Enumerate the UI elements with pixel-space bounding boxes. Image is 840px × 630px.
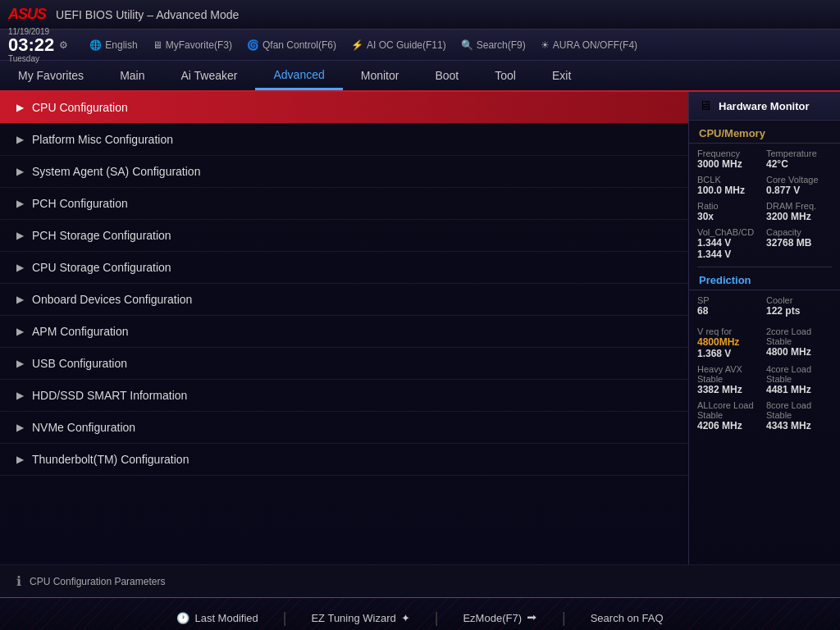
bclk-value: 100.0 MHz bbox=[697, 185, 763, 196]
search-faq-label: Search on FAQ bbox=[591, 612, 664, 624]
cooler-label: Cooler bbox=[766, 295, 832, 305]
menu-label: HDD/SSD SMART Information bbox=[32, 389, 187, 402]
divider-2: | bbox=[435, 609, 439, 627]
vreq-freq: 4800MHz bbox=[697, 336, 763, 348]
nav-my-favorites[interactable]: My Favorites bbox=[0, 61, 102, 90]
menu-label: CPU Storage Configuration bbox=[32, 261, 171, 274]
arrow-icon: ▶ bbox=[16, 102, 24, 113]
temp-label: Temperature bbox=[766, 148, 832, 158]
nav-advanced[interactable]: Advanced bbox=[255, 61, 342, 90]
aura-icon: ☀ bbox=[541, 39, 550, 51]
arrow-icon: ▶ bbox=[16, 390, 24, 401]
cooler-value: 122 pts bbox=[766, 305, 832, 317]
cap-label: Capacity bbox=[766, 227, 832, 237]
menu-label: PCH Configuration bbox=[32, 197, 128, 210]
myfav-icon: 🖥 bbox=[153, 39, 162, 51]
vol-value: 1.344 V 1.344 V bbox=[697, 237, 763, 260]
arrow-icon: ▶ bbox=[16, 198, 24, 209]
bottom-bar: 🕐 Last Modified | EZ Tuning Wizard ✦ | E… bbox=[0, 597, 840, 630]
nav-exit[interactable]: Exit bbox=[534, 61, 589, 90]
menu-nvme-config[interactable]: ▶ NVMe Configuration bbox=[0, 412, 688, 444]
search-button[interactable]: 🔍 Search(F9) bbox=[461, 39, 526, 51]
menu-cpu-config[interactable]: ▶ CPU Configuration bbox=[0, 92, 688, 124]
last-modified-button[interactable]: 🕐 Last Modified bbox=[176, 612, 258, 624]
menu-apm-config[interactable]: ▶ APM Configuration bbox=[0, 316, 688, 348]
nav-monitor[interactable]: Monitor bbox=[343, 61, 418, 90]
asus-logo: ASUS bbox=[8, 6, 46, 23]
arrow-right-icon: ⮕ bbox=[527, 612, 537, 624]
allcore-label: ALLcore Load Stable bbox=[697, 400, 763, 420]
arrow-icon: ▶ bbox=[16, 326, 24, 337]
menu-label: Onboard Devices Configuration bbox=[32, 293, 192, 306]
twocore-value: 4800 MHz bbox=[766, 346, 832, 358]
menu-label: CPU Configuration bbox=[32, 101, 128, 114]
menu-onboard-devices[interactable]: ▶ Onboard Devices Configuration bbox=[0, 284, 688, 316]
right-panel: 🖥 Hardware Monitor CPU/Memory Frequency … bbox=[688, 92, 840, 564]
arrow-icon: ▶ bbox=[16, 262, 24, 273]
ratio-value: 30x bbox=[697, 211, 763, 222]
nav-ai-tweaker[interactable]: Ai Tweaker bbox=[162, 61, 255, 90]
nav-tool[interactable]: Tool bbox=[477, 61, 534, 90]
ez-tuning-label: EZ Tuning Wizard bbox=[311, 612, 395, 624]
freq-label: Frequency bbox=[697, 148, 763, 158]
fourcore-label: 4core Load Stable bbox=[766, 364, 832, 384]
arrow-icon: ▶ bbox=[16, 230, 24, 241]
menu-label: PCH Storage Configuration bbox=[32, 229, 171, 242]
menu-platform-misc[interactable]: ▶ Platform Misc Configuration bbox=[0, 124, 688, 156]
toolbar: 11/19/2019 03:22 ⚙ Tuesday 🌐 English 🖥 M… bbox=[0, 30, 840, 61]
status-text: CPU Configuration Parameters bbox=[30, 576, 165, 587]
cap-value: 32768 MB bbox=[766, 237, 832, 249]
monitor-icon: 🖥 bbox=[699, 98, 712, 113]
menu-pch-config[interactable]: ▶ PCH Configuration bbox=[0, 188, 688, 220]
nav-main[interactable]: Main bbox=[102, 61, 162, 90]
fourcore-value: 4481 MHz bbox=[766, 384, 832, 395]
menu-thunderbolt[interactable]: ▶ Thunderbolt(TM) Configuration bbox=[0, 444, 688, 476]
menu-cpu-storage[interactable]: ▶ CPU Storage Configuration bbox=[0, 252, 688, 284]
dram-value: 3200 MHz bbox=[766, 211, 832, 222]
core-volt-label: Core Voltage bbox=[766, 175, 832, 185]
menu-pch-storage[interactable]: ▶ PCH Storage Configuration bbox=[0, 220, 688, 252]
myfavorite-button[interactable]: 🖥 MyFavorite(F3) bbox=[153, 39, 232, 51]
ez-tuning-button[interactable]: EZ Tuning Wizard ✦ bbox=[311, 612, 409, 624]
search-faq-button[interactable]: Search on FAQ bbox=[591, 612, 664, 624]
menu-label: APM Configuration bbox=[32, 325, 129, 338]
settings-icon[interactable]: ⚙ bbox=[59, 39, 68, 51]
datetime-display: 11/19/2019 03:22 ⚙ Tuesday bbox=[8, 27, 68, 63]
arrow-icon: ▶ bbox=[16, 166, 24, 177]
divider-1: | bbox=[283, 609, 287, 627]
language-button[interactable]: 🌐 English bbox=[89, 39, 137, 51]
twocore-label: 2core Load Stable bbox=[766, 326, 832, 346]
menu-label: Thunderbolt(TM) Configuration bbox=[32, 453, 189, 466]
nav-boot[interactable]: Boot bbox=[417, 61, 477, 90]
ez-mode-button[interactable]: EzMode(F7) ⮕ bbox=[463, 612, 537, 624]
language-label: English bbox=[105, 39, 137, 51]
eightcore-value: 4343 MHz bbox=[766, 420, 832, 431]
menu-label: USB Configuration bbox=[32, 357, 127, 370]
menu-system-agent[interactable]: ▶ System Agent (SA) Configuration bbox=[0, 156, 688, 188]
qfan-label: Qfan Control(F6) bbox=[262, 39, 336, 51]
divider-3: | bbox=[562, 609, 566, 627]
menu-hdd-smart[interactable]: ▶ HDD/SSD SMART Information bbox=[0, 380, 688, 412]
arrow-icon: ▶ bbox=[16, 454, 24, 465]
nav-bar: My Favorites Main Ai Tweaker Advanced Mo… bbox=[0, 61, 840, 92]
menu-label: Platform Misc Configuration bbox=[32, 133, 173, 146]
core-volt-value: 0.877 V bbox=[766, 185, 832, 196]
aioc-button[interactable]: ⚡ AI OC Guide(F11) bbox=[351, 39, 446, 51]
vol-label: Vol_ChAB/CD bbox=[697, 227, 763, 237]
aura-button[interactable]: ☀ AURA ON/OFF(F4) bbox=[541, 39, 637, 51]
prediction-grid: SP 68 Cooler 122 pts bbox=[689, 290, 840, 322]
vreq-label: V req for bbox=[697, 326, 763, 336]
aura-label: AURA ON/OFF(F4) bbox=[553, 39, 637, 51]
sp-value: 68 bbox=[697, 305, 763, 317]
qfan-button[interactable]: 🌀 Qfan Control(F6) bbox=[247, 39, 336, 51]
search-label: Search(F9) bbox=[477, 39, 526, 51]
dram-label: DRAM Freq. bbox=[766, 201, 832, 211]
status-bar: ℹ CPU Configuration Parameters bbox=[0, 564, 840, 597]
menu-usb-config[interactable]: ▶ USB Configuration bbox=[0, 348, 688, 380]
heavyavx-label: Heavy AVX Stable bbox=[697, 364, 763, 384]
sp-label: SP bbox=[697, 295, 763, 305]
vreq-value: 1.368 V bbox=[697, 348, 763, 359]
cpu-memory-grid: Frequency 3000 MHz Temperature 42°C BCLK… bbox=[689, 144, 840, 265]
time-display: 03:22 bbox=[8, 36, 54, 54]
arrow-icon: ▶ bbox=[16, 134, 24, 145]
